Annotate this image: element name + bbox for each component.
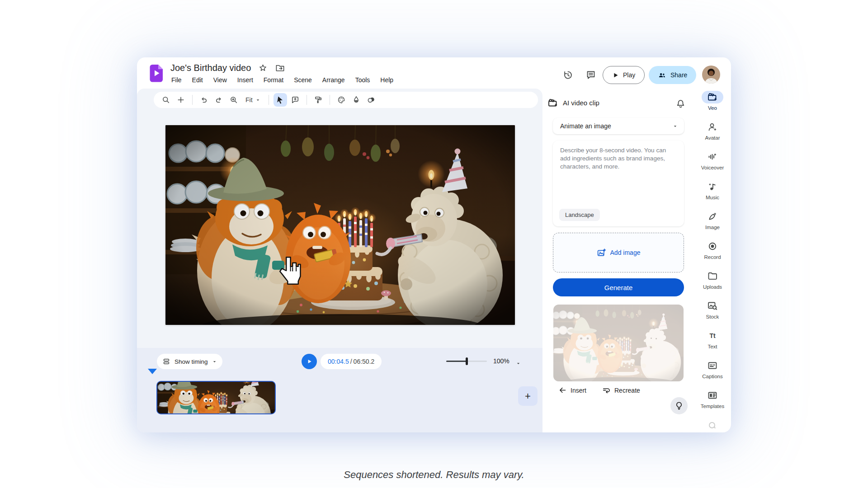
sidebar-item-voiceover[interactable]: Voiceover: [695, 150, 730, 180]
play-button[interactable]: Play: [603, 66, 645, 84]
comments-icon[interactable]: [585, 70, 596, 80]
generate-button[interactable]: Generate: [553, 278, 684, 296]
time-separator: /: [350, 358, 352, 365]
sidebar-item-image[interactable]: Image: [695, 210, 730, 240]
add-image-button[interactable]: Add image: [553, 233, 684, 272]
timecode-display: 00:04.5 / 06:50.2: [321, 354, 382, 369]
add-scene-button[interactable]: +: [518, 386, 538, 406]
insert-button[interactable]: Insert: [558, 386, 586, 394]
video-canvas[interactable]: [165, 125, 515, 325]
add-image-icon: [597, 248, 606, 258]
add-image-label: Add image: [610, 249, 641, 256]
title-row: Joe's Birthday video: [170, 62, 285, 73]
menu-file[interactable]: File: [171, 76, 182, 84]
slider-thumb[interactable]: [466, 357, 468, 365]
generate-label: Generate: [604, 284, 633, 291]
image-gen-icon: [702, 210, 723, 223]
panel-title: AI video clip: [563, 99, 599, 107]
sidebar-item-veo[interactable]: Veo: [695, 91, 730, 121]
timing-icon: [162, 357, 170, 366]
menu-help[interactable]: Help: [380, 76, 393, 84]
lightbulb-icon: [674, 401, 684, 411]
document-title[interactable]: Joe's Birthday video: [170, 63, 251, 73]
timeline-zoom-slider[interactable]: [446, 354, 487, 368]
stock-media-icon: [702, 300, 723, 312]
sidebar-item-music[interactable]: Music: [695, 180, 730, 210]
toolbar-divider: [307, 95, 307, 105]
sidebar-item-text[interactable]: Tt Text: [695, 329, 730, 359]
menu-edit[interactable]: Edit: [192, 76, 203, 84]
add-icon[interactable]: [174, 93, 188, 107]
zoom-in-icon[interactable]: [227, 93, 241, 107]
record-icon: [702, 240, 723, 253]
search-icon[interactable]: [159, 93, 173, 107]
account-avatar[interactable]: [702, 66, 720, 84]
sidebar-item-templates[interactable]: Templates: [695, 389, 730, 419]
editor-canvas-area: Fit: [137, 89, 542, 432]
fit-zoom-dropdown[interactable]: Fit: [242, 93, 264, 107]
aspect-ratio-chip[interactable]: Landscape: [559, 209, 600, 221]
sidebar-label: Voiceover: [701, 165, 724, 170]
prompt-card: Landscape: [553, 141, 684, 226]
text-tool-icon: Tt: [702, 329, 723, 342]
timeline-play-button[interactable]: [302, 354, 317, 369]
timeline-strip: Show timing 00:04.5 / 06:50.2: [137, 348, 542, 432]
redo-icon[interactable]: [212, 93, 226, 107]
chevron-down-icon: [255, 98, 260, 103]
toolbar-divider: [269, 95, 269, 105]
mode-dropdown[interactable]: Animate an image: [553, 118, 684, 134]
sidebar-item-avatar[interactable]: Avatar: [695, 121, 730, 150]
menu-tools[interactable]: Tools: [355, 76, 370, 84]
select-tool-icon[interactable]: [274, 93, 287, 107]
sidebar-label: Music: [706, 195, 719, 200]
fit-zoom-label: Fit: [245, 96, 253, 103]
paint-format-icon[interactable]: [311, 93, 325, 107]
sidebar-item-captions[interactable]: Captions: [695, 359, 730, 389]
tips-lightbulb-button[interactable]: [670, 397, 688, 414]
playhead-marker[interactable]: [148, 369, 157, 379]
prompt-input[interactable]: [553, 141, 684, 198]
play-triangle-icon: [306, 358, 312, 365]
slider-track-empty[interactable]: [467, 361, 487, 362]
zoom-level-value[interactable]: 100%: [493, 357, 509, 365]
sidebar-label: Uploads: [703, 284, 722, 290]
sidebar-item-uploads[interactable]: Uploads: [695, 270, 730, 300]
menu-bar: File Edit View Insert Format Scene Arran…: [171, 76, 393, 84]
generated-preview[interactable]: [553, 305, 684, 381]
move-to-folder-icon[interactable]: [274, 62, 285, 73]
notifications-bell-icon[interactable]: [675, 98, 686, 109]
sidebar-label: Avatar: [705, 135, 720, 141]
menu-format[interactable]: Format: [264, 76, 283, 84]
uploads-folder-icon: [702, 270, 723, 282]
vids-logo-icon: [150, 64, 163, 82]
ai-clip-icon: [547, 98, 558, 108]
sidebar-item-record[interactable]: Record: [695, 240, 730, 270]
ink-fill-icon[interactable]: [349, 93, 363, 107]
recreate-button[interactable]: Recreate: [602, 386, 640, 395]
share-button[interactable]: Share: [649, 66, 696, 84]
chevron-down-icon[interactable]: [516, 360, 521, 368]
scene-thumbnail-art: [157, 382, 275, 413]
scene-art: [165, 125, 515, 325]
tools-sidebar: Veo Avatar Voiceover: [695, 91, 730, 450]
undo-icon[interactable]: [197, 93, 211, 107]
menu-insert[interactable]: Insert: [237, 76, 253, 84]
slider-track-filled[interactable]: [446, 361, 467, 362]
insert-label: Insert: [571, 387, 586, 394]
add-comment-icon[interactable]: [288, 93, 302, 107]
transparency-icon[interactable]: [364, 93, 378, 107]
sidebar-label: Stock: [706, 314, 719, 319]
play-button-label: Play: [623, 71, 635, 79]
show-timing-dropdown[interactable]: Show timing: [157, 354, 222, 369]
palette-icon[interactable]: [335, 93, 348, 107]
sidebar-item-partial[interactable]: [695, 420, 730, 450]
menu-scene[interactable]: Scene: [294, 76, 312, 84]
sidebar-label: Templates: [701, 404, 724, 409]
menu-view[interactable]: View: [213, 76, 227, 84]
vids-logo[interactable]: [150, 64, 163, 82]
scene-thumbnail[interactable]: [156, 381, 276, 414]
version-history-icon[interactable]: [562, 70, 573, 80]
sidebar-item-stock[interactable]: Stock: [695, 300, 730, 329]
star-icon[interactable]: [257, 62, 268, 73]
menu-arrange[interactable]: Arrange: [322, 76, 345, 84]
